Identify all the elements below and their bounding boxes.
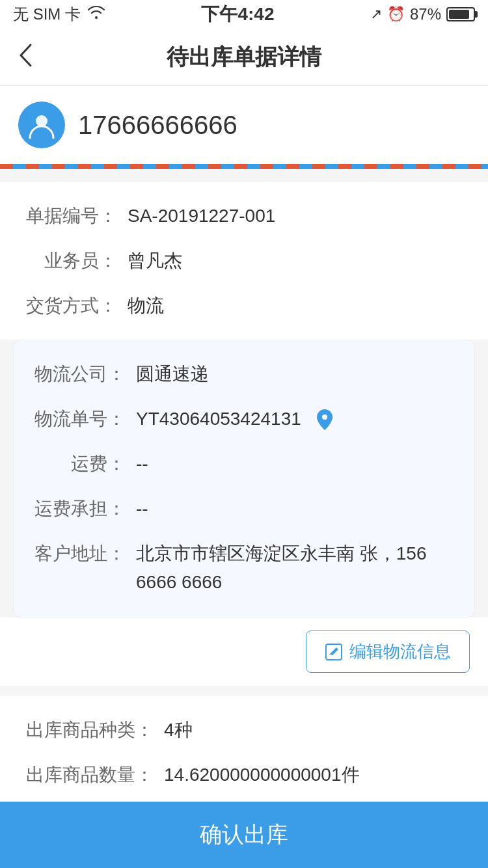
tracking-label: 物流单号： <box>34 405 126 434</box>
status-left: 无 SIM 卡 <box>13 4 105 25</box>
status-right: ↗ ⏰ 87% <box>370 5 475 23</box>
goods-quantity-label: 出库商品数量： <box>26 761 154 790</box>
status-bar: 无 SIM 卡 下午4:42 ↗ ⏰ 87% <box>0 0 488 29</box>
tracking-row: 物流单号： YT43064053424131 <box>34 405 454 434</box>
salesman-label: 业务员： <box>26 247 117 276</box>
customer-header: 17666666666 <box>0 86 488 164</box>
delivery-label: 交货方式： <box>26 292 117 321</box>
svg-point-2 <box>322 414 327 420</box>
goods-type-value: 4种 <box>164 716 462 745</box>
wifi-icon <box>87 5 105 23</box>
svg-point-0 <box>36 115 47 127</box>
tracking-value: YT43064053424131 <box>136 405 454 434</box>
delivery-value: 物流 <box>128 292 462 321</box>
logistics-card: 物流公司： 圆通速递 物流单号： YT43064053424131 运费： -- <box>13 340 475 617</box>
address-row: 客户地址： 北京市市辖区海淀区永丰南 张，156 6666 6666 <box>34 539 454 598</box>
freight-row: 运费： -- <box>34 450 454 479</box>
nav-bar: 待出库单据详情 <box>0 29 488 86</box>
freight-bearer-label: 运费承担： <box>34 495 126 524</box>
freight-value: -- <box>136 450 454 479</box>
time-display: 下午4:42 <box>201 2 274 27</box>
goods-type-label: 出库商品种类： <box>26 716 154 745</box>
location-pin-icon <box>312 407 338 433</box>
logistics-company-value: 圆通速递 <box>136 360 454 389</box>
back-button[interactable] <box>18 43 33 72</box>
salesman-row: 业务员： 曾凡杰 <box>26 247 462 276</box>
goods-quantity-value: 14.620000000000001件 <box>164 761 462 790</box>
logistics-company-row: 物流公司： 圆通速递 <box>34 360 454 389</box>
order-no-value: SA-20191227-001 <box>128 202 462 231</box>
goods-type-row: 出库商品种类： 4种 <box>26 716 462 745</box>
alarm-icon: ⏰ <box>387 6 405 23</box>
order-no-label: 单据编号： <box>26 202 117 231</box>
carrier-label: 无 SIM 卡 <box>13 4 81 25</box>
battery-percent: 87% <box>410 5 441 23</box>
battery-icon <box>446 7 475 21</box>
customer-phone: 17666666666 <box>78 111 237 140</box>
section-divider-1 <box>0 686 488 696</box>
pattern-divider <box>0 164 488 169</box>
freight-bearer-value: -- <box>136 495 454 524</box>
logistics-company-label: 物流公司： <box>34 360 126 389</box>
delivery-row: 交货方式： 物流 <box>26 292 462 321</box>
address-value: 北京市市辖区海淀区永丰南 张，156 6666 6666 <box>136 539 454 598</box>
address-label: 客户地址： <box>34 539 126 569</box>
page-title: 待出库单据详情 <box>167 42 321 72</box>
avatar <box>18 102 65 148</box>
freight-label: 运费： <box>34 450 126 479</box>
edit-logistics-button[interactable]: 编辑物流信息 <box>306 631 470 673</box>
order-info-section: 单据编号： SA-20191227-001 业务员： 曾凡杰 交货方式： 物流 <box>0 182 488 340</box>
location-status-icon: ↗ <box>370 6 382 23</box>
freight-bearer-row: 运费承担： -- <box>34 495 454 524</box>
order-no-row: 单据编号： SA-20191227-001 <box>26 202 462 231</box>
goods-section: 出库商品种类： 4种 出库商品数量： 14.620000000000001件 <box>0 696 488 809</box>
edit-logistics-area: 编辑物流信息 <box>0 617 488 686</box>
confirm-outbound-button[interactable]: 确认出库 <box>0 820 488 850</box>
confirm-btn-bar: 确认出库 <box>0 802 488 868</box>
salesman-value: 曾凡杰 <box>128 247 462 276</box>
goods-quantity-row: 出库商品数量： 14.620000000000001件 <box>26 761 462 790</box>
